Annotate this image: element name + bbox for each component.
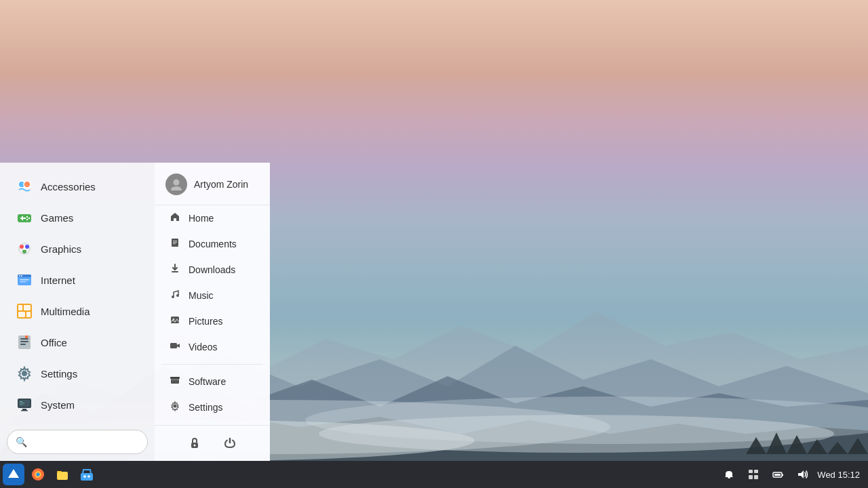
svg-rect-67: [749, 470, 753, 473]
place-settings[interactable]: Settings: [157, 395, 267, 420]
home-icon: [168, 211, 182, 225]
games-icon: [15, 208, 34, 227]
svg-rect-42: [20, 404, 23, 405]
place-software[interactable]: Software: [157, 369, 267, 394]
documents-icon: [168, 237, 182, 251]
games-label: Games: [41, 212, 73, 224]
downloads-label: Downloads: [189, 264, 235, 275]
places-actions: [155, 425, 270, 461]
taskbar: Wed 15:12: [0, 461, 868, 488]
category-system[interactable]: System: [4, 390, 151, 420]
place-videos[interactable]: Videos: [157, 335, 267, 359]
svg-rect-25: [18, 305, 22, 310]
battery-button[interactable]: [768, 465, 787, 484]
search-icon: 🔍: [16, 436, 27, 447]
svg-rect-55: [170, 377, 180, 379]
svg-rect-26: [24, 305, 31, 310]
category-settings[interactable]: Settings: [4, 359, 151, 388]
svg-rect-48: [172, 271, 178, 272]
svg-point-58: [194, 445, 196, 447]
svg-rect-69: [749, 475, 753, 479]
graphics-icon: [15, 239, 34, 258]
places-panel: Artyom Zorin Home Documents: [155, 163, 270, 461]
pictures-icon: [168, 314, 182, 328]
svg-point-15: [25, 245, 29, 249]
place-settings-label: Settings: [189, 402, 223, 413]
svg-rect-39: [21, 410, 28, 411]
search-bar[interactable]: 🔍: [7, 430, 148, 454]
office-icon: [15, 333, 34, 352]
volume-button[interactable]: [793, 465, 812, 484]
svg-rect-72: [774, 474, 781, 476]
category-internet[interactable]: Internet: [4, 265, 151, 295]
software-store-button[interactable]: [76, 464, 98, 485]
svg-point-62: [37, 473, 40, 476]
category-office[interactable]: Office: [4, 327, 151, 357]
svg-point-66: [87, 475, 90, 478]
category-multimedia[interactable]: Multimedia: [4, 296, 151, 326]
svg-rect-40: [20, 401, 22, 402]
music-icon: [168, 289, 182, 302]
settings-label: Settings: [41, 368, 77, 380]
documents-label: Documents: [189, 239, 237, 249]
svg-rect-33: [20, 344, 26, 345]
svg-rect-64: [81, 473, 93, 481]
music-label: Music: [189, 290, 214, 301]
files-button[interactable]: [52, 464, 73, 485]
svg-point-11: [26, 219, 28, 220]
downloads-icon: [168, 263, 182, 277]
power-button[interactable]: [219, 432, 241, 454]
places-divider: [161, 364, 263, 365]
svg-point-21: [21, 275, 22, 277]
svg-point-43: [174, 180, 180, 186]
place-pictures[interactable]: Pictures: [157, 309, 267, 333]
svg-point-65: [83, 475, 86, 478]
svg-point-9: [26, 216, 28, 218]
search-input[interactable]: [33, 436, 151, 447]
svg-point-49: [172, 296, 174, 298]
svg-rect-47: [173, 243, 176, 244]
category-accessories[interactable]: Accessories: [4, 171, 151, 201]
svg-point-14: [20, 245, 24, 249]
svg-rect-53: [170, 343, 177, 348]
settings-icon: [15, 364, 34, 383]
place-settings-icon: [168, 401, 182, 414]
videos-label: Videos: [189, 342, 218, 352]
place-home[interactable]: Home: [157, 206, 267, 230]
svg-rect-31: [20, 338, 28, 340]
zorin-menu-button[interactable]: [3, 464, 24, 485]
lock-button[interactable]: [184, 432, 205, 454]
place-documents[interactable]: Documents: [157, 232, 267, 256]
svg-rect-68: [754, 470, 758, 473]
place-downloads[interactable]: Downloads: [157, 258, 267, 282]
svg-rect-70: [754, 475, 758, 479]
svg-rect-73: [782, 474, 783, 476]
multimedia-label: Multimedia: [41, 306, 90, 317]
svg-rect-27: [18, 312, 25, 317]
graphics-label: Graphics: [41, 243, 81, 255]
firefox-button[interactable]: [27, 464, 49, 485]
internet-label: Internet: [41, 274, 75, 286]
svg-point-35: [22, 371, 27, 376]
software-icon: [168, 375, 182, 388]
multimedia-icon: [15, 302, 34, 321]
svg-point-10: [28, 218, 30, 219]
multitasking-button[interactable]: [744, 465, 763, 484]
svg-rect-23: [20, 281, 26, 283]
taskbar-time: Wed 15:12: [817, 470, 860, 480]
svg-rect-38: [22, 409, 26, 410]
system-label: System: [41, 399, 75, 411]
place-music[interactable]: Music: [157, 283, 267, 308]
svg-point-5: [24, 181, 31, 188]
accessories-label: Accessories: [41, 181, 96, 192]
svg-point-17: [23, 247, 26, 250]
internet-icon: [15, 270, 34, 289]
home-label: Home: [189, 213, 214, 224]
category-games[interactable]: Games: [4, 203, 151, 232]
notifications-button[interactable]: [719, 465, 738, 484]
office-label: Office: [41, 337, 67, 348]
svg-marker-59: [8, 469, 19, 478]
category-graphics[interactable]: Graphics: [4, 234, 151, 264]
svg-point-56: [174, 405, 177, 408]
svg-point-50: [176, 294, 179, 297]
